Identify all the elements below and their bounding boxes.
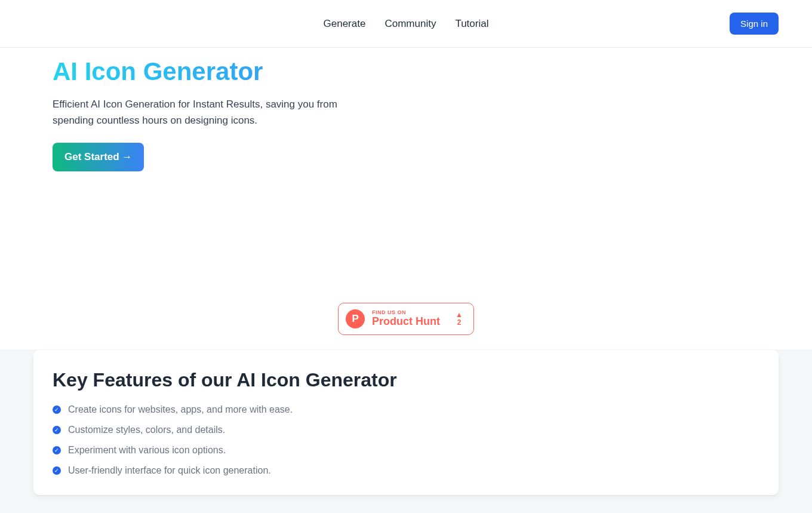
nav-right: Sign in <box>659 13 779 35</box>
nav-links: Generate Community Tutorial <box>324 18 489 30</box>
feature-item: ✓ Experiment with various icon options. <box>53 445 759 456</box>
features-list: ✓ Create icons for websites, apps, and m… <box>53 404 759 476</box>
features-card: Key Features of our AI Icon Generator ✓ … <box>33 350 779 495</box>
get-started-button[interactable]: Get Started → <box>53 143 144 171</box>
feature-text: Experiment with various icon options. <box>68 445 226 456</box>
check-circle-icon: ✓ <box>53 466 61 475</box>
nav-link-tutorial[interactable]: Tutorial <box>455 18 488 30</box>
product-hunt-wrap: P FIND US ON Product Hunt ▲ 2 <box>0 303 812 335</box>
product-hunt-vote: ▲ 2 <box>456 311 463 327</box>
hero-title: AI Icon Generator <box>53 57 759 86</box>
feature-text: Create icons for websites, apps, and mor… <box>68 404 293 415</box>
lower-section: Key Features of our AI Icon Generator ✓ … <box>0 349 812 513</box>
nav-link-generate[interactable]: Generate <box>324 18 366 30</box>
signin-button[interactable]: Sign in <box>730 13 779 35</box>
nav-link-community[interactable]: Community <box>385 18 436 30</box>
hero: AI Icon Generator Efficient AI Icon Gene… <box>0 48 812 171</box>
product-hunt-votes: 2 <box>457 318 462 327</box>
hero-subtitle: Efficient AI Icon Generation for Instant… <box>53 97 363 128</box>
product-hunt-badge[interactable]: P FIND US ON Product Hunt ▲ 2 <box>338 303 474 335</box>
feature-text: Customize styles, colors, and details. <box>68 425 225 435</box>
top-nav: Generate Community Tutorial Sign in <box>0 0 812 48</box>
feature-text: User-friendly interface for quick icon g… <box>68 465 271 476</box>
product-hunt-name: Product Hunt <box>372 316 440 328</box>
check-circle-icon: ✓ <box>53 426 61 434</box>
check-circle-icon: ✓ <box>53 446 61 454</box>
feature-item: ✓ User-friendly interface for quick icon… <box>53 465 759 476</box>
features-heading: Key Features of our AI Icon Generator <box>53 369 759 391</box>
product-hunt-text: FIND US ON Product Hunt <box>372 310 440 328</box>
upvote-icon: ▲ <box>456 311 463 318</box>
feature-item: ✓ Customize styles, colors, and details. <box>53 425 759 435</box>
product-hunt-logo-icon: P <box>346 309 365 328</box>
feature-item: ✓ Create icons for websites, apps, and m… <box>53 404 759 415</box>
check-circle-icon: ✓ <box>53 406 61 414</box>
